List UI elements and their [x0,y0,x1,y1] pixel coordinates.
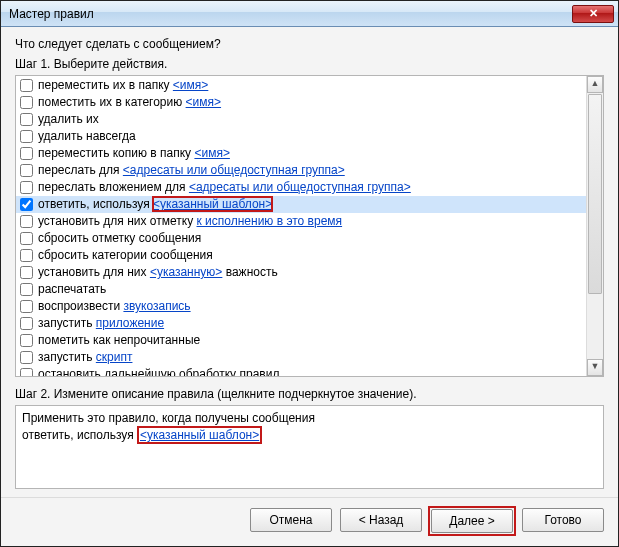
action-text: пометить как непрочитанные [38,332,200,349]
rules-wizard-window: Мастер правил ✕ Что следует сделать с со… [0,0,619,547]
step1-label: Шаг 1. Выберите действия. [15,57,604,71]
action-checkbox[interactable] [20,215,33,228]
action-link[interactable]: <имя> [173,78,208,92]
action-text: сбросить категории сообщения [38,247,213,264]
action-row[interactable]: переслать вложением для <адресаты или об… [16,179,586,196]
footer-buttons: Отмена < Назад Далее > Готово [1,497,618,546]
action-checkbox[interactable] [20,232,33,245]
action-row[interactable]: распечатать [16,281,586,298]
action-row[interactable]: переслать для <адресаты или общедоступна… [16,162,586,179]
action-row[interactable]: переместить копию в папку <имя> [16,145,586,162]
action-checkbox[interactable] [20,181,33,194]
action-row[interactable]: пометить как непрочитанные [16,332,586,349]
action-text: переслать для <адресаты или общедоступна… [38,162,345,179]
scroll-thumb[interactable] [588,94,602,294]
action-row[interactable]: сбросить категории сообщения [16,247,586,264]
back-button[interactable]: < Назад [340,508,422,532]
scrollbar[interactable]: ▲ ▼ [586,76,603,376]
action-checkbox[interactable] [20,300,33,313]
finish-button[interactable]: Готово [522,508,604,532]
cancel-button[interactable]: Отмена [250,508,332,532]
titlebar: Мастер правил ✕ [1,1,618,27]
action-text: воспроизвести звукозапись [38,298,191,315]
action-link[interactable]: <адресаты или общедоступная группа> [189,180,411,194]
description-line2-pre: ответить, используя [22,428,137,442]
action-text: удалить навсегда [38,128,136,145]
action-row[interactable]: установить для них <указанную> важность [16,264,586,281]
action-text: ответить, используя <указанный шаблон> [38,196,272,213]
action-checkbox[interactable] [20,368,33,376]
action-row[interactable]: сбросить отметку сообщения [16,230,586,247]
action-checkbox[interactable] [20,147,33,160]
action-row[interactable]: запустить скрипт [16,349,586,366]
action-text: удалить их [38,111,99,128]
action-checkbox[interactable] [20,266,33,279]
dialog-body: Что следует сделать с сообщением? Шаг 1.… [1,27,618,497]
action-row[interactable]: установить для них отметку к исполнению … [16,213,586,230]
action-checkbox[interactable] [20,113,33,126]
step2-label: Шаг 2. Измените описание правила (щелкни… [15,387,604,401]
prompt-text: Что следует сделать с сообщением? [15,37,604,51]
action-text: установить для них <указанную> важность [38,264,278,281]
action-row[interactable]: ответить, используя <указанный шаблон> [16,196,586,213]
action-link[interactable]: <имя> [186,95,221,109]
action-checkbox[interactable] [20,249,33,262]
action-text: остановить дальнейшую обработку правил [38,366,279,376]
action-link[interactable]: к исполнению в это время [197,214,343,228]
action-text: переместить их в папку <имя> [38,77,208,94]
action-checkbox[interactable] [20,130,33,143]
actions-list[interactable]: переместить их в папку <имя>поместить их… [16,76,586,376]
action-link[interactable]: <указанный шаблон> [153,197,272,211]
action-row[interactable]: переместить их в папку <имя> [16,77,586,94]
action-text: запустить скрипт [38,349,132,366]
close-icon[interactable]: ✕ [572,5,614,23]
action-checkbox[interactable] [20,164,33,177]
action-text: запустить приложение [38,315,164,332]
template-link[interactable]: <указанный шаблон> [137,426,262,444]
action-text: установить для них отметку к исполнению … [38,213,342,230]
action-checkbox[interactable] [20,283,33,296]
action-checkbox[interactable] [20,198,33,211]
action-link[interactable]: <указанную> [150,265,223,279]
actions-box: переместить их в папку <имя>поместить их… [15,75,604,377]
rule-description-box: Применить это правило, когда получены со… [15,405,604,489]
action-checkbox[interactable] [20,79,33,92]
action-checkbox[interactable] [20,334,33,347]
scroll-up-icon[interactable]: ▲ [587,76,603,93]
action-link[interactable]: скрипт [96,350,133,364]
action-text: поместить их в категорию <имя> [38,94,221,111]
action-text: переместить копию в папку <имя> [38,145,230,162]
scroll-down-icon[interactable]: ▼ [587,359,603,376]
description-line1: Применить это правило, когда получены со… [22,410,597,427]
action-text: распечатать [38,281,106,298]
next-button[interactable]: Далее > [431,509,513,533]
action-text: сбросить отметку сообщения [38,230,201,247]
action-link[interactable]: <адресаты или общедоступная группа> [123,163,345,177]
action-link[interactable]: приложение [96,316,164,330]
action-link[interactable]: <имя> [194,146,229,160]
action-checkbox[interactable] [20,317,33,330]
action-checkbox[interactable] [20,96,33,109]
action-checkbox[interactable] [20,351,33,364]
action-text: переслать вложением для <адресаты или об… [38,179,411,196]
action-row[interactable]: удалить их [16,111,586,128]
description-line2: ответить, используя <указанный шаблон> [22,427,597,444]
action-row[interactable]: поместить их в категорию <имя> [16,94,586,111]
window-title: Мастер правил [9,7,572,21]
action-row[interactable]: удалить навсегда [16,128,586,145]
action-row[interactable]: запустить приложение [16,315,586,332]
action-link[interactable]: звукозапись [123,299,190,313]
action-row[interactable]: остановить дальнейшую обработку правил [16,366,586,376]
action-row[interactable]: воспроизвести звукозапись [16,298,586,315]
